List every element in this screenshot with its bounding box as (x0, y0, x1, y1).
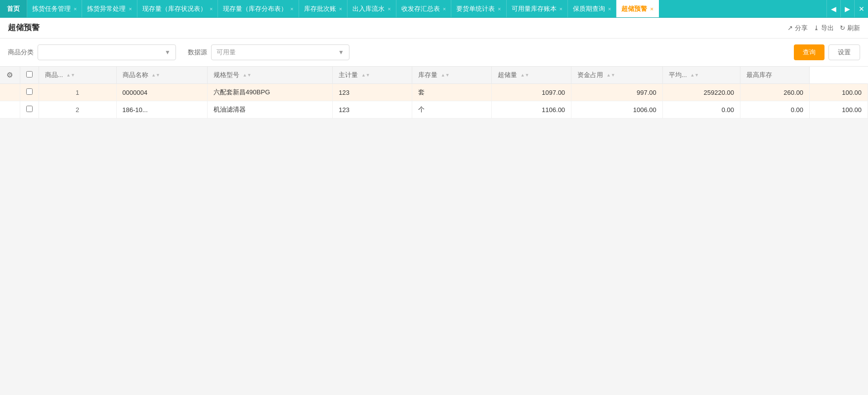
row-overstock: 997.00 (571, 84, 663, 101)
th-product-name[interactable]: 商品名称 ▲▼ (116, 67, 208, 84)
close-icon[interactable]: × (443, 6, 446, 12)
nav-tab-expiry-query[interactable]: 保质期查询 × (568, 0, 616, 18)
share-button[interactable]: ↗ 分享 (787, 24, 808, 33)
row-stock: 1097.00 (492, 84, 571, 101)
close-icon[interactable]: × (290, 6, 293, 12)
row-settings (0, 84, 20, 101)
data-source-value: 可用量 (217, 48, 236, 57)
sort-arrows-icon: ▲▼ (441, 73, 450, 78)
row-capital: 0.00 (662, 101, 740, 118)
close-icon[interactable]: × (560, 6, 563, 12)
table-row: 1 0000004 六配套新昌490BPG 123 套 1097.00 997.… (0, 84, 868, 101)
sort-arrows-icon: ▲▼ (243, 73, 252, 78)
row-max-stock: 100.00 (810, 101, 868, 118)
close-icon[interactable]: × (650, 6, 653, 12)
th-max-stock[interactable]: 最高库存 (740, 67, 810, 84)
close-icon[interactable]: × (210, 6, 213, 12)
sort-arrows-icon: ▲▼ (361, 73, 370, 78)
table-header-row: ⚙ 商品... ▲▼ 商品名称 ▲▼ 规格型号 ▲▼ 主计 (0, 67, 868, 84)
nav-tab-recv-summary[interactable]: 收发存汇总表 × (396, 0, 451, 18)
product-category-label: 商品分类 (8, 48, 34, 57)
nav-home[interactable]: 首页 (0, 0, 27, 18)
query-button[interactable]: 查询 (794, 44, 825, 60)
th-settings[interactable]: ⚙ (0, 67, 20, 84)
filter-actions: 查询 设置 (794, 44, 860, 60)
product-category-select[interactable]: ▼ (38, 44, 176, 60)
row-num: 1 (39, 84, 116, 101)
select-all-checkbox[interactable] (26, 71, 33, 78)
close-icon[interactable]: × (129, 6, 131, 12)
top-navigation-bar: 首页 拣货任务管理 × 拣货异常处理 × 现存量（库存状况表） × 现存量（库存… (0, 0, 868, 18)
data-table-container: ⚙ 商品... ▲▼ 商品名称 ▲▼ 规格型号 ▲▼ 主计 (0, 67, 868, 118)
nav-tab-overstock-warning[interactable]: 超储预警 × (616, 0, 658, 18)
gear-icon[interactable]: ⚙ (6, 71, 13, 79)
chevron-down-icon: ▼ (338, 49, 344, 56)
page-header: 超储预警 ↗ 分享 ⤓ 导出 ↻ 刷新 (0, 18, 868, 39)
th-avg[interactable]: 平均... ▲▼ (662, 67, 740, 84)
nav-tab-jianghuo-tasks[interactable]: 拣货任务管理 × (27, 0, 82, 18)
table-row: 2 186-10... 机油滤清器 123 个 1106.00 1006.00 … (0, 101, 868, 118)
th-overstock[interactable]: 超储量 ▲▼ (492, 67, 571, 84)
nav-tab-inout-flow[interactable]: 出入库流水 × (347, 0, 396, 18)
close-icon[interactable]: × (498, 6, 501, 12)
row-num: 2 (39, 101, 116, 118)
sort-arrows-icon: ▲▼ (151, 73, 160, 78)
nav-tab-available-ledger[interactable]: 可用量库存账本 × (507, 0, 568, 18)
th-main-unit[interactable]: 主计量 ▲▼ (333, 67, 412, 84)
data-source-filter: 数据源 可用量 ▼ (188, 44, 349, 60)
close-icon[interactable]: × (339, 6, 342, 12)
close-icon[interactable]: × (608, 6, 611, 12)
row-product-name: 机油滤清器 (208, 101, 333, 118)
tab-navigation-arrows: ◀ ▶ ✕ (826, 0, 868, 18)
row-overstock: 1006.00 (571, 101, 663, 118)
row-checkbox-cell[interactable] (20, 84, 39, 101)
row-main-unit: 套 (412, 84, 492, 101)
th-product-code[interactable]: 商品... ▲▼ (39, 67, 116, 84)
th-capital[interactable]: 资金占用 ▲▼ (571, 67, 663, 84)
refresh-button[interactable]: ↻ 刷新 (840, 24, 860, 33)
filter-area: 商品分类 ▼ 数据源 可用量 ▼ 查询 设置 (0, 39, 868, 67)
row-checkbox[interactable] (26, 106, 33, 112)
tab-menu-button[interactable]: ✕ (854, 0, 868, 18)
row-avg: 0.00 (740, 101, 810, 118)
row-main-unit: 个 (412, 101, 492, 118)
nav-tab-stock-status[interactable]: 现存量（库存状况表） × (137, 0, 218, 18)
row-product-code: 0000004 (116, 84, 208, 101)
row-max-stock: 100.00 (810, 84, 868, 101)
sort-arrows-icon: ▲▼ (66, 73, 75, 78)
export-icon: ⤓ (814, 24, 819, 32)
close-icon[interactable]: × (74, 6, 77, 12)
tab-prev-button[interactable]: ◀ (826, 0, 840, 18)
sort-arrows-icon: ▲▼ (690, 73, 699, 78)
row-avg: 260.00 (740, 84, 810, 101)
row-stock: 1106.00 (492, 101, 571, 118)
row-product-code: 186-10... (116, 101, 208, 118)
row-product-name: 六配套新昌490BPG (208, 84, 333, 101)
tab-next-button[interactable]: ▶ (840, 0, 854, 18)
th-stock[interactable]: 库存量 ▲▼ (412, 67, 492, 84)
data-source-select[interactable]: 可用量 ▼ (211, 44, 349, 60)
export-button[interactable]: ⤓ 导出 (814, 24, 834, 33)
product-category-filter: 商品分类 ▼ (8, 44, 176, 60)
header-actions: ↗ 分享 ⤓ 导出 ↻ 刷新 (787, 24, 860, 33)
row-checkbox[interactable] (26, 88, 33, 95)
row-spec: 123 (333, 101, 412, 118)
th-checkbox[interactable] (20, 67, 39, 84)
data-source-label: 数据源 (188, 48, 207, 57)
settings-button[interactable]: 设置 (828, 44, 860, 60)
nav-tab-jianghuo-exception[interactable]: 拣货异常处理 × (82, 0, 137, 18)
nav-tab-stock-dist[interactable]: 现存量（库存分布表） × (218, 0, 299, 18)
row-checkbox-cell[interactable] (20, 101, 39, 118)
close-icon[interactable]: × (388, 6, 391, 12)
nav-tab-stock-batch[interactable]: 库存批次账 × (299, 0, 347, 18)
row-capital: 259220.00 (662, 84, 740, 101)
share-icon: ↗ (787, 24, 793, 32)
sort-arrows-icon: ▲▼ (607, 73, 615, 78)
nav-tab-requisition-stats[interactable]: 要货单统计表 × (451, 0, 506, 18)
row-settings (0, 101, 20, 118)
overstock-table: ⚙ 商品... ▲▼ 商品名称 ▲▼ 规格型号 ▲▼ 主计 (0, 67, 868, 118)
row-spec: 123 (333, 84, 412, 101)
refresh-icon: ↻ (840, 24, 845, 32)
chevron-down-icon: ▼ (165, 49, 171, 56)
th-spec[interactable]: 规格型号 ▲▼ (208, 67, 333, 84)
